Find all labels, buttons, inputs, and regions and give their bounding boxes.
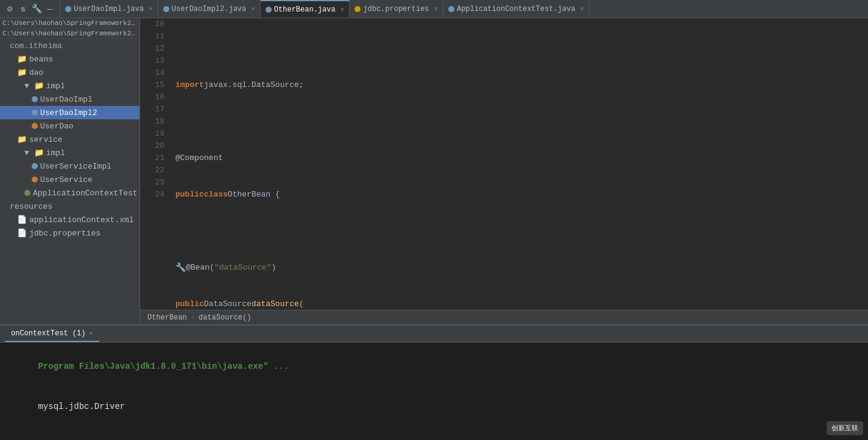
sidebar-item-userServiceImpl[interactable]: UserServiceImpl (0, 159, 139, 173)
editor-area: 10 11 12 13 14 15 16 17 18 19 20 21 22 2… (140, 18, 868, 324)
interface-icon (32, 176, 38, 183)
class-icon (32, 96, 38, 102)
sidebar-item-dao[interactable]: 📁 dao (0, 66, 139, 79)
tab-close-applicationContextTest[interactable]: × (580, 5, 584, 13)
tab-dot (448, 6, 454, 12)
sidebar-item-service[interactable]: 📁 service (0, 133, 139, 146)
tab-bar: ⚙ ⇅ 🔧 — UserDaoImpl.java × UserDaoImpl2.… (0, 0, 868, 18)
sidebar-item-com-itheima[interactable]: com.itheima (0, 39, 139, 52)
main-content: C:\Users\haohao\SpringFramework2023\s C:… (0, 18, 868, 324)
editor-breadcrumb: OtherBean › dataSource() (140, 310, 868, 324)
sidebar-item-userService[interactable]: UserService (0, 173, 139, 186)
tab-close-userDaoImpl2[interactable]: × (251, 5, 255, 13)
sidebar-item-beans[interactable]: 📁 beans (0, 52, 139, 66)
sidebar-item-userDaoImpl2[interactable]: UserDaoImpl2 (0, 106, 139, 119)
sidebar-item-applicationContextXml[interactable]: 📄 applicationContext.xml (0, 213, 139, 226)
tab-icons: ⚙ ⇅ 🔧 — (0, 0, 60, 18)
tab-jdbcProperties[interactable]: jdbc.properties × (350, 0, 443, 18)
tab-dot (266, 7, 272, 13)
tab-userDaoImpl2[interactable]: UserDaoImpl2.java × (158, 0, 261, 18)
sidebar-item-userDaoImpl[interactable]: UserDaoImpl (0, 93, 139, 106)
tab-otherBean[interactable]: OtherBean.java × (261, 0, 350, 18)
code-line-14: public class OtherBean { (175, 189, 868, 201)
class-icon (32, 110, 38, 116)
tab-close-otherBean[interactable]: × (340, 6, 345, 13)
tab-dot (355, 6, 361, 12)
close-icon[interactable]: — (45, 4, 55, 14)
sidebar-item-applicationContextTest[interactable]: ApplicationContextTest (0, 186, 139, 200)
code-line-11: import javax.sql.DataSource; (175, 79, 868, 91)
tab-dot (163, 6, 169, 12)
split-icon[interactable]: ⇅ (18, 4, 28, 14)
wrench-icon[interactable]: 🔧 (32, 4, 41, 14)
code-line-15 (175, 225, 868, 237)
watermark: 创新互联 (827, 421, 863, 435)
console-line-1: Program Files\Java\jdk1.8.0_171\bin\java… (7, 346, 861, 386)
sidebar-item-impl-2[interactable]: ▼ 📁 impl (0, 146, 139, 159)
test-class-icon (24, 190, 30, 196)
sidebar: C:\Users\haohao\SpringFramework2023\s C:… (0, 18, 140, 324)
path-row-2: C:\Users\haohao\SpringFramework2023\s (0, 29, 139, 39)
tab-applicationContextTest[interactable]: ApplicationContextTest.java × (443, 0, 590, 18)
tab-dot (65, 6, 71, 12)
console-output: Program Files\Java\jdk1.8.0_171\bin\java… (0, 343, 868, 440)
sidebar-item-impl-1[interactable]: ▼ 📁 impl (0, 79, 139, 93)
code-content[interactable]: import javax.sql.DataSource; @Component … (171, 18, 868, 310)
code-scroll[interactable]: 10 11 12 13 14 15 16 17 18 19 20 21 22 2… (140, 18, 868, 310)
bottom-tabs: onContextTest (1) × (0, 326, 868, 343)
tabs-container: UserDaoImpl.java × UserDaoImpl2.java × O… (60, 0, 590, 18)
class-icon (32, 163, 38, 169)
interface-icon (32, 123, 38, 129)
tab-userDaoImpl[interactable]: UserDaoImpl.java × (60, 0, 158, 18)
settings-icon[interactable]: ⚙ (5, 4, 15, 14)
code-line-10 (175, 43, 868, 55)
line-numbers: 10 11 12 13 14 15 16 17 18 19 20 21 22 2… (140, 18, 171, 310)
tab-close-jdbcProperties[interactable]: × (434, 5, 438, 13)
path-row-1: C:\Users\haohao\SpringFramework2023\s (0, 18, 139, 29)
console-line-3: itheima.dao.impl.UserDaoImpl2@3c87521 (7, 427, 861, 440)
console-line-2: mysql.jdbc.Driver (7, 386, 861, 427)
bottom-tab-close[interactable]: × (89, 330, 93, 337)
bottom-tab-run[interactable]: onContextTest (1) × (5, 326, 99, 342)
sidebar-item-userDao[interactable]: UserDao (0, 119, 139, 133)
code-line-12 (175, 116, 868, 128)
tab-close-userDaoImpl[interactable]: × (149, 5, 153, 13)
sidebar-item-jdbcProperties[interactable]: 📄 jdbc.properties (0, 226, 139, 240)
bottom-panel: onContextTest (1) × Program Files\Java\j… (0, 324, 868, 440)
code-line-13: @Component (175, 152, 868, 164)
sidebar-item-resources[interactable]: resources (0, 200, 139, 213)
code-line-16: 🔧@Bean("dataSource") (175, 262, 868, 274)
code-line-17: public DataSource dataSource( (175, 298, 868, 310)
